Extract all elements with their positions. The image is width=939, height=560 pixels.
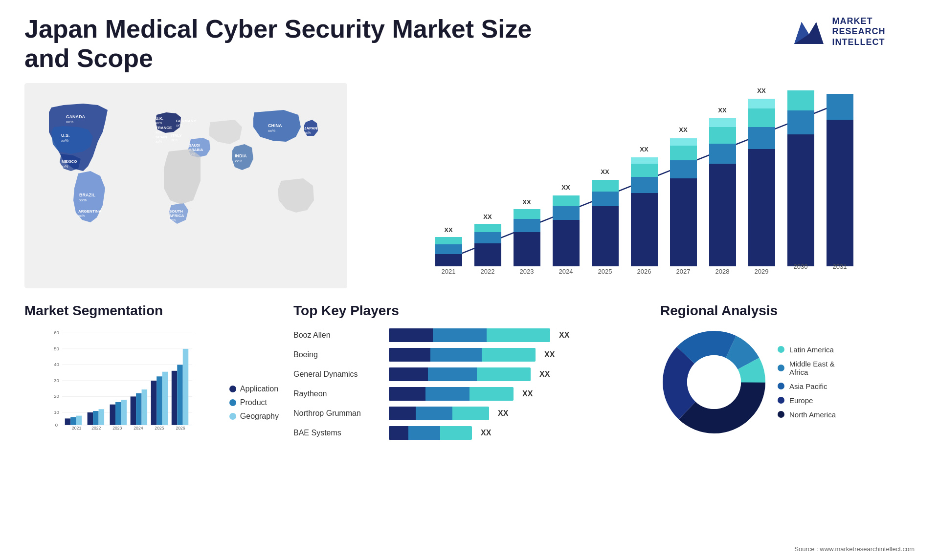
bar-chart-svg: XX 2021 XX 2022 XX 2023 XX 2024 XX (377, 88, 905, 283)
regional-dot-mea (778, 365, 784, 371)
regional-dot-namerica (778, 411, 784, 418)
svg-rect-52 (553, 220, 580, 266)
player-name: Raytheon (293, 389, 381, 398)
svg-text:2027: 2027 (676, 268, 691, 275)
player-value: XX (559, 331, 569, 340)
bar-chart-section: XX 2021 XX 2022 XX 2023 XX 2024 XX (357, 83, 915, 288)
svg-rect-44 (474, 224, 501, 232)
svg-rect-49 (514, 209, 540, 219)
svg-text:XX: XX (757, 88, 766, 94)
svg-text:FRANCE: FRANCE (156, 126, 172, 130)
regional-label-mea: Middle East &Africa (789, 360, 835, 376)
svg-text:xx%: xx% (176, 124, 182, 127)
svg-text:2021: 2021 (72, 426, 81, 431)
svg-rect-42 (474, 243, 501, 266)
svg-rect-68 (670, 178, 697, 266)
svg-rect-119 (131, 396, 136, 425)
svg-rect-121 (142, 389, 147, 425)
svg-rect-113 (99, 409, 104, 425)
svg-rect-64 (631, 164, 658, 177)
svg-rect-58 (592, 192, 619, 206)
svg-rect-62 (631, 193, 658, 266)
svg-text:xx%: xx% (171, 138, 178, 142)
list-item: Middle East &Africa (778, 360, 836, 376)
svg-text:2025: 2025 (155, 426, 164, 431)
svg-text:xx%: xx% (78, 214, 85, 217)
player-value: XX (539, 370, 550, 379)
svg-text:MEXICO: MEXICO (62, 159, 77, 164)
main-content: CANADA xx% U.S. xx% MEXICO xx% BRAZIL xx… (0, 83, 939, 440)
svg-text:2028: 2028 (715, 268, 730, 275)
svg-text:2023: 2023 (112, 426, 122, 431)
svg-rect-107 (65, 418, 70, 425)
svg-text:CHINA: CHINA (268, 123, 282, 128)
svg-text:xx%: xx% (156, 140, 162, 143)
svg-text:2031: 2031 (833, 263, 847, 270)
svg-rect-57 (592, 206, 619, 266)
svg-rect-109 (76, 415, 82, 425)
player-bar (389, 328, 550, 342)
svg-text:SPAIN: SPAIN (156, 135, 167, 139)
svg-rect-53 (553, 206, 580, 220)
legend-geography: Geography (229, 412, 279, 421)
player-name: Booz Allen (293, 331, 381, 340)
player-value: XX (498, 409, 508, 418)
source-line: Source : www.marketresearchintellect.com (794, 545, 915, 553)
market-segmentation-section: Market Segmentation 60 50 40 30 20 10 0 (24, 303, 279, 440)
svg-text:2026: 2026 (176, 426, 185, 431)
seg-chart: 60 50 40 30 20 10 0 (24, 326, 220, 435)
svg-rect-77 (709, 118, 736, 127)
player-bar (389, 367, 531, 381)
svg-text:XX: XX (522, 198, 531, 206)
player-bar-container: XX (389, 426, 646, 440)
svg-rect-125 (162, 371, 168, 425)
table-row: General Dynamics XX (293, 367, 646, 381)
svg-rect-88 (787, 90, 814, 110)
svg-rect-59 (592, 180, 619, 192)
svg-text:XX: XX (483, 213, 492, 220)
svg-text:SOUTH: SOUTH (169, 209, 183, 214)
svg-rect-129 (183, 348, 188, 425)
table-row: Boeing XX (293, 348, 646, 362)
table-row: Booz Allen XX (293, 328, 646, 342)
svg-text:XX: XX (561, 184, 570, 191)
svg-rect-54 (553, 195, 580, 206)
player-bar-container: XX (389, 367, 646, 381)
svg-text:xx%: xx% (62, 165, 68, 168)
world-map-section: CANADA xx% U.S. xx% MEXICO xx% BRAZIL xx… (24, 83, 347, 288)
player-bar-container: XX (389, 328, 646, 342)
svg-text:xx%: xx% (61, 138, 68, 143)
table-row: Northrop Grumman XX (293, 407, 646, 420)
svg-rect-83 (748, 99, 775, 108)
svg-text:xx%: xx% (304, 131, 311, 134)
legend-label-geography: Geography (240, 412, 279, 421)
regional-dot-apac (778, 383, 784, 389)
table-row: Raytheon XX (293, 387, 646, 401)
svg-rect-71 (670, 138, 697, 146)
legend-dot-geography (229, 413, 236, 420)
svg-text:U.S.: U.S. (61, 133, 70, 138)
seg-legend: Application Product Geography (229, 385, 279, 435)
table-row: BAE Systems XX (293, 426, 646, 440)
legend-label-application: Application (240, 385, 278, 393)
svg-text:2023: 2023 (520, 268, 534, 275)
svg-rect-123 (151, 381, 156, 425)
svg-text:30: 30 (54, 377, 59, 383)
regional-label-europe: Europe (789, 396, 813, 405)
seg-chart-svg: 60 50 40 30 20 10 0 (24, 326, 220, 433)
svg-rect-38 (435, 244, 462, 254)
world-map-svg: CANADA xx% U.S. xx% MEXICO xx% BRAZIL xx… (24, 83, 347, 288)
svg-text:JAPAN: JAPAN (304, 126, 317, 130)
svg-rect-90 (827, 120, 853, 266)
svg-rect-86 (787, 134, 814, 266)
list-item: Latin America (778, 345, 836, 354)
svg-text:AFRICA: AFRICA (169, 214, 184, 218)
svg-text:xx%: xx% (156, 130, 162, 134)
player-bar (389, 426, 472, 440)
svg-rect-128 (177, 365, 182, 425)
svg-text:xx%: xx% (169, 218, 176, 222)
svg-text:2030: 2030 (794, 263, 808, 270)
bottom-sections: Market Segmentation 60 50 40 30 20 10 0 (24, 298, 915, 440)
player-name: Boeing (293, 350, 381, 359)
regional-label-namerica: North America (789, 410, 836, 419)
